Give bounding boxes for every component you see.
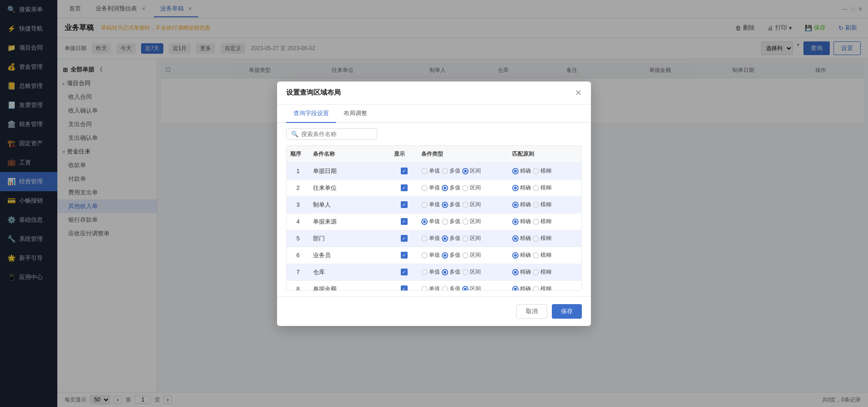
tab-field-settings[interactable]: 查询字段设置 [286,105,336,123]
radio-circle[interactable] [462,185,469,191]
cell-type[interactable]: 单值 多值 区间 [418,230,509,246]
radio-item[interactable]: 区间 [462,184,481,192]
cell-type[interactable]: 单值 多值 区间 [418,197,509,213]
radio-item[interactable]: 单值 [421,201,440,209]
radio-item[interactable]: 多值 [442,201,460,209]
radio-circle[interactable] [533,202,539,208]
show-checkbox[interactable]: ✓ [401,252,408,259]
radio-item[interactable]: 单值 [421,218,440,225]
radio-circle[interactable] [462,219,469,225]
cell-match[interactable]: 精确 模糊 [509,163,581,179]
condition-search-input[interactable] [301,131,372,137]
cell-show[interactable]: ✓ [390,163,418,178]
radio-item[interactable]: 精确 [512,201,531,209]
cancel-button[interactable]: 取消 [516,304,547,319]
radio-circle[interactable] [442,235,448,242]
tab-layout-settings[interactable]: 布局调整 [336,105,374,123]
radio-item[interactable]: 区间 [462,167,481,175]
radio-circle[interactable] [512,286,519,291]
radio-circle[interactable] [442,202,448,208]
radio-item[interactable]: 多值 [442,251,460,259]
radio-item[interactable]: 区间 [462,234,481,242]
radio-item[interactable]: 精确 [512,184,531,192]
modal-close-button[interactable]: ✕ [575,88,582,98]
radio-circle[interactable] [512,252,519,259]
cell-match[interactable]: 精确 模糊 [509,247,581,263]
radio-item[interactable]: 单值 [421,251,440,259]
cell-type[interactable]: 单值 多值 区间 [418,247,509,263]
radio-circle[interactable] [512,219,519,225]
radio-item[interactable]: 精确 [512,285,531,291]
radio-item[interactable]: 模糊 [533,234,551,242]
radio-circle[interactable] [421,286,428,291]
radio-item[interactable]: 单值 [421,285,440,291]
radio-item[interactable]: 多值 [442,285,460,291]
radio-circle[interactable] [512,269,519,275]
radio-item[interactable]: 多值 [442,184,460,192]
radio-circle[interactable] [512,235,519,242]
radio-circle[interactable] [512,168,519,174]
radio-circle[interactable] [421,185,428,191]
radio-circle[interactable] [442,252,448,259]
radio-item[interactable]: 模糊 [533,218,551,225]
modal-save-button[interactable]: 保存 [552,304,582,319]
radio-circle[interactable] [462,269,469,275]
cell-show[interactable]: ✓ [390,197,418,212]
cell-show[interactable]: ✓ [390,248,418,263]
radio-item[interactable]: 多值 [442,218,460,225]
show-checkbox[interactable]: ✓ [401,168,408,174]
show-checkbox[interactable]: ✓ [401,235,408,242]
cell-type[interactable]: 单值 多值 区间 [418,180,509,196]
radio-circle[interactable] [462,286,469,291]
radio-item[interactable]: 精确 [512,218,531,225]
radio-item[interactable]: 多值 [442,268,460,276]
radio-circle[interactable] [533,286,539,291]
cell-match[interactable]: 精确 模糊 [509,264,581,280]
radio-circle[interactable] [462,202,469,208]
radio-circle[interactable] [462,235,469,242]
cell-show[interactable]: ✓ [390,231,418,246]
radio-circle[interactable] [421,235,428,242]
cell-type[interactable]: 单值 多值 区间 [418,264,509,280]
radio-circle[interactable] [512,202,519,208]
radio-circle[interactable] [533,185,539,191]
radio-circle[interactable] [421,269,428,275]
radio-circle[interactable] [442,168,448,174]
radio-item[interactable]: 模糊 [533,285,551,291]
radio-item[interactable]: 区间 [462,285,481,291]
radio-item[interactable]: 精确 [512,268,531,276]
radio-circle[interactable] [512,185,519,191]
radio-item[interactable]: 精确 [512,167,531,175]
radio-item[interactable]: 单值 [421,234,440,242]
radio-circle[interactable] [533,168,539,174]
cell-show[interactable]: ✓ [390,214,418,229]
cell-show[interactable]: ✓ [390,281,418,291]
show-checkbox[interactable]: ✓ [401,285,408,291]
radio-circle[interactable] [442,269,448,275]
cell-match[interactable]: 精确 模糊 [509,230,581,246]
radio-circle[interactable] [533,269,539,275]
radio-item[interactable]: 多值 [442,167,460,175]
radio-item[interactable]: 模糊 [533,268,551,276]
show-checkbox[interactable]: ✓ [401,184,408,191]
show-checkbox[interactable]: ✓ [401,218,408,225]
radio-circle[interactable] [533,252,539,259]
cell-type[interactable]: 单值 多值 区间 [418,214,509,229]
radio-circle[interactable] [442,185,448,191]
radio-item[interactable]: 模糊 [533,201,551,209]
radio-item[interactable]: 区间 [462,218,481,225]
show-checkbox[interactable]: ✓ [401,269,408,275]
radio-circle[interactable] [421,252,428,259]
cell-show[interactable]: ✓ [390,180,418,195]
radio-circle[interactable] [421,168,428,174]
radio-item[interactable]: 单值 [421,268,440,276]
cell-type[interactable]: 单值 多值 区间 [418,163,509,179]
radio-item[interactable]: 模糊 [533,184,551,192]
radio-circle[interactable] [442,219,448,225]
radio-item[interactable]: 单值 [421,167,440,175]
radio-circle[interactable] [462,168,469,174]
radio-item[interactable]: 区间 [462,268,481,276]
radio-circle[interactable] [442,286,448,291]
radio-item[interactable]: 模糊 [533,167,551,175]
cell-match[interactable]: 精确 模糊 [509,197,581,213]
